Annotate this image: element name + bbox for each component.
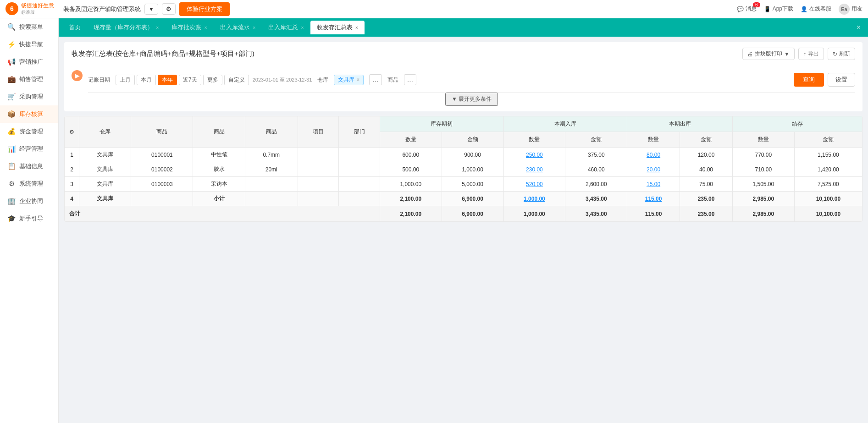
trial-btn[interactable]: 体验行业方案: [179, 2, 230, 16]
footer-bal-qty: 2,985.00: [732, 206, 794, 222]
print-btn[interactable]: 🖨 拼块版打印 ▼: [742, 48, 795, 60]
inventory-icon: 📦: [7, 110, 16, 118]
col-header-goods-code: 商品: [131, 116, 193, 148]
footer-open-qty: 2,100.00: [380, 206, 442, 222]
refresh-btn[interactable]: ↻ 刷新: [828, 48, 855, 60]
sidebar-item-marketing[interactable]: 📢 营销推广: [0, 53, 58, 71]
row-out-qty[interactable]: 80.00: [627, 148, 680, 162]
main-layout: 🔍 搜索菜单 ⚡ 快捷导航 📢 营销推广 💼 销售管理 🛒 采购管理 📦: [0, 18, 868, 423]
row-out-qty[interactable]: 115.00: [627, 192, 680, 206]
phone-icon: 📱: [764, 6, 771, 12]
sidebar-item-guide[interactable]: 🎓 新手引导: [0, 210, 58, 227]
tab-inout-summary[interactable]: 出入库汇总 ×: [262, 21, 310, 34]
col-header-goods-spec: 商品: [245, 116, 298, 148]
tab-recv-send[interactable]: 收发存汇总表 ×: [310, 21, 365, 34]
row-goods-name: 小计: [193, 192, 245, 206]
user-btn[interactable]: Ea 用友: [839, 4, 862, 15]
system-dropdown-btn[interactable]: ▼: [144, 4, 158, 15]
row-open-amt: 900.00: [442, 148, 503, 162]
row-goods-spec: 0.7mm: [245, 148, 298, 162]
message-icon: 💬: [737, 6, 744, 12]
row-in-qty[interactable]: 1,000.00: [503, 192, 565, 206]
search-icon: 🔍: [7, 23, 16, 31]
footer-out-qty: 115.00: [627, 206, 680, 222]
row-open-amt: 6,900.00: [442, 192, 503, 206]
col-in-qty: 数量: [503, 132, 565, 148]
tab-close-recv-send[interactable]: ×: [355, 25, 358, 30]
row-in-qty[interactable]: 230.00: [503, 162, 565, 177]
table-settings-header[interactable]: ⚙: [65, 116, 79, 148]
system-icon: ⚙: [7, 180, 16, 188]
operations-icon: 📊: [7, 145, 16, 153]
warehouse-ellipsis[interactable]: ...: [369, 74, 381, 85]
logo-area: 6 畅捷通好生意 标准版: [6, 2, 54, 15]
sidebar-item-quicknav[interactable]: ⚡ 快捷导航: [0, 36, 58, 53]
settings-btn[interactable]: ⚙: [162, 3, 176, 15]
col-open-qty: 数量: [380, 132, 442, 148]
row-project: [298, 192, 339, 206]
tab-bar: 首页 现存量（库存分布表） × 库存批次账 × 出入库流水 × 出入库汇总 ×: [59, 18, 868, 37]
sidebar-item-finance[interactable]: 💰 资金管理: [0, 123, 58, 140]
row-open-qty: 2,100.00: [380, 192, 442, 206]
export-btn[interactable]: ↑ 导出: [798, 48, 824, 60]
date-btn-this-month[interactable]: 本月: [137, 75, 156, 85]
date-label: 记账日期: [88, 76, 110, 84]
sidebar-item-operations[interactable]: 📊 经营管理: [0, 140, 58, 158]
filter-body: 记账日期 上月 本月 本年 近7天 更多 自定义 2023-01-01 至 20…: [88, 69, 855, 106]
query-btn[interactable]: 查询: [794, 73, 824, 87]
warehouse-tag-remove[interactable]: ×: [356, 77, 359, 83]
app-container: 6 畅捷通好生意 标准版 装备及固定资产辅助管理系统 ▼ ⚙ 体验行业方案 💬 …: [0, 0, 868, 423]
date-group: 上月 本月 本年 近7天 更多 自定义 2023-01-01 至 2023-12…: [116, 75, 312, 85]
row-out-amt: 235.00: [680, 192, 733, 206]
tab-home[interactable]: 首页: [62, 21, 87, 34]
goods-ellipsis[interactable]: ...: [404, 74, 416, 85]
tab-close-inout-summary[interactable]: ×: [301, 25, 304, 30]
date-btn-last-month[interactable]: 上月: [116, 75, 135, 85]
tab-close-batch[interactable]: ×: [204, 25, 207, 30]
row-out-qty[interactable]: 20.00: [627, 162, 680, 177]
row-out-qty[interactable]: 15.00: [627, 177, 680, 192]
row-bal-amt: 1,420.00: [794, 162, 862, 177]
app-download-btn[interactable]: 📱 App下载: [764, 5, 793, 13]
footer-in-amt: 3,435.00: [565, 206, 627, 222]
row-no: 2: [65, 162, 79, 177]
filter-toggle-btn[interactable]: ▶: [72, 70, 83, 81]
expand-btn[interactable]: ▼ 展开更多条件: [445, 93, 498, 106]
tab-inout-flow[interactable]: 出入库流水 ×: [214, 21, 262, 34]
footer-open-amt: 6,900.00: [442, 206, 503, 222]
sidebar-item-enterprise[interactable]: 🏢 企业协同: [0, 192, 58, 210]
tab-close-inout-flow[interactable]: ×: [253, 25, 255, 30]
tab-batch[interactable]: 库存批次账 ×: [165, 21, 213, 34]
sidebar-item-inventory[interactable]: 📦 库存核算: [0, 105, 58, 123]
sidebar-item-basic[interactable]: 📋 基础信息: [0, 158, 58, 175]
online-service-btn[interactable]: 👤 在线客服: [801, 5, 831, 13]
sidebar-item-search[interactable]: 🔍 搜索菜单: [0, 18, 58, 36]
row-open-qty: 600.00: [380, 148, 442, 162]
date-btn-custom[interactable]: 自定义: [224, 75, 249, 85]
table-row: 3文具库0100003采访本1,000.005,000.00520.002,60…: [65, 177, 862, 192]
footer-bal-amt: 10,100.00: [794, 206, 862, 222]
date-btn-more[interactable]: 更多: [203, 75, 222, 85]
row-in-qty[interactable]: 520.00: [503, 177, 565, 192]
table-footer-row: 合计 2,100.00 6,900.00 1,000.00 3,435.00 1…: [65, 206, 862, 222]
guide-icon: 🎓: [7, 214, 16, 223]
messages-btn[interactable]: 💬 消息 6: [737, 5, 757, 13]
date-btn-this-year[interactable]: 本年: [158, 75, 177, 85]
row-in-qty[interactable]: 250.00: [503, 148, 565, 162]
col-bal-qty: 数量: [732, 132, 794, 148]
row-out-amt: 120.00: [680, 148, 733, 162]
date-btn-7days[interactable]: 近7天: [179, 75, 201, 85]
sidebar-item-sales[interactable]: 💼 销售管理: [0, 71, 58, 88]
tab-bar-close-btn[interactable]: ×: [853, 22, 864, 33]
tab-close-stock-dist[interactable]: ×: [156, 25, 159, 30]
row-goods-code: 0100001: [131, 148, 193, 162]
set-btn[interactable]: 设置: [828, 73, 855, 87]
col-header-balance: 结存: [732, 116, 862, 132]
footer-in-qty: 1,000.00: [503, 206, 565, 222]
sidebar-item-system[interactable]: ⚙ 系统管理: [0, 175, 58, 192]
col-open-amt: 金额: [442, 132, 503, 148]
row-bal-amt: 7,525.00: [794, 177, 862, 192]
sidebar-item-purchase[interactable]: 🛒 采购管理: [0, 88, 58, 105]
tab-stock-dist[interactable]: 现存量（库存分布表） ×: [87, 21, 165, 34]
user-avatar: Ea: [839, 4, 850, 15]
